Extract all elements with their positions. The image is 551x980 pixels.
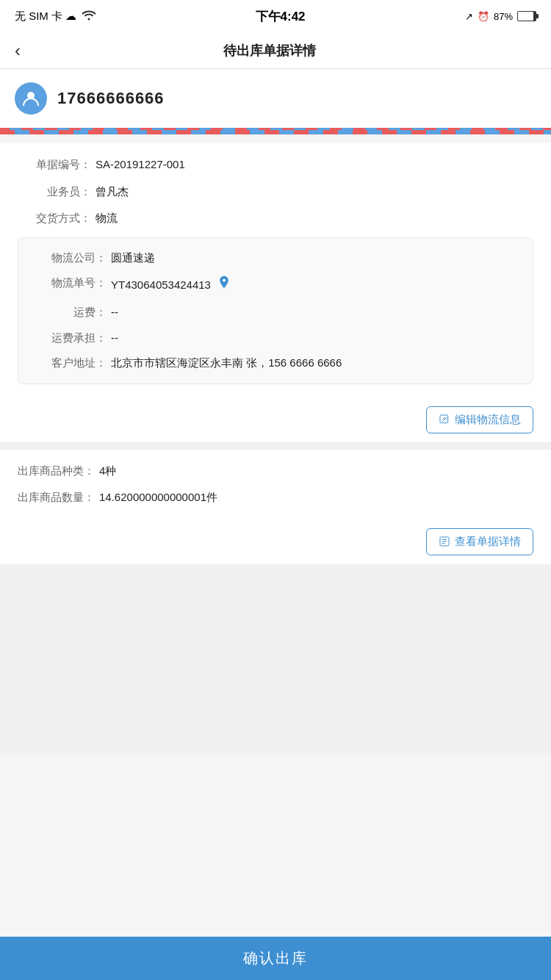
view-detail-container: 查看单据详情: [0, 519, 551, 564]
bottom-spacer: [0, 564, 551, 755]
tracking-location-icon[interactable]: [217, 275, 231, 295]
status-time: 下午4:42: [256, 8, 306, 25]
freight-row: 运费： --: [33, 304, 518, 321]
order-no-row: 单据编号： SA-20191227-001: [18, 156, 533, 173]
edit-btn-container: 编辑物流信息: [0, 397, 551, 442]
detail-icon: [439, 536, 450, 547]
stripe-divider: [0, 130, 551, 134]
svg-rect-1: [440, 415, 448, 423]
logistics-tracking-row: 物流单号： YT43064053424413: [33, 275, 518, 295]
logistics-tracking-label: 物流单号：: [33, 275, 107, 292]
view-detail-button[interactable]: 查看单据详情: [426, 528, 533, 555]
edit-logistics-button[interactable]: 编辑物流信息: [426, 406, 533, 433]
order-no-value: SA-20191227-001: [96, 156, 533, 173]
delivery-method-label: 交货方式：: [18, 210, 91, 227]
delivery-method-row: 交货方式： 物流: [18, 210, 533, 227]
confirm-btn-wrapper: 确认出库: [0, 937, 551, 980]
customer-phone: 17666666666: [57, 89, 165, 108]
avatar: [15, 82, 47, 115]
order-info-section: 单据编号： SA-20191227-001 业务员： 曾凡杰 交货方式： 物流 …: [0, 143, 551, 397]
logistics-company-label: 物流公司：: [33, 250, 107, 267]
address-label: 客户地址：: [33, 355, 107, 372]
goods-type-value: 4种: [99, 463, 533, 480]
status-bar: 无 SIM 卡 ☁ 下午4:42 ↗ ⏰ 87%: [0, 0, 551, 32]
goods-type-label: 出库商品种类：: [18, 463, 95, 480]
address-row: 客户地址： 北京市市辖区海淀区永丰南 张，156 6666 6666: [33, 355, 518, 372]
freight-bearer-label: 运费承担：: [33, 330, 107, 347]
goods-quantity-value: 14.620000000000001件: [99, 489, 533, 506]
location-status-icon: ↗: [465, 11, 473, 22]
nav-bar: ‹ 待出库单据详情: [0, 32, 551, 69]
freight-label: 运费：: [33, 304, 107, 321]
address-value: 北京市市辖区海淀区永丰南 张，156 6666 6666: [111, 355, 518, 372]
logistics-company-row: 物流公司： 圆通速递: [33, 250, 518, 267]
confirm-outbound-button[interactable]: 确认出库: [243, 948, 308, 968]
status-right: ↗ ⏰ 87%: [465, 11, 536, 22]
salesperson-row: 业务员： 曾凡杰: [18, 184, 533, 201]
customer-header: 17666666666: [0, 69, 551, 130]
battery-level: 87%: [494, 11, 513, 22]
delivery-method-value: 物流: [96, 210, 533, 227]
edit-icon: [439, 414, 450, 425]
sim-status: 无 SIM 卡 ☁: [15, 10, 76, 24]
battery-icon: [517, 11, 536, 21]
back-button[interactable]: ‹: [15, 40, 21, 61]
salesperson-label: 业务员：: [18, 184, 91, 201]
logistics-card: 物流公司： 圆通速递 物流单号： YT43064053424413 运费： --…: [18, 237, 533, 384]
goods-type-row: 出库商品种类： 4种: [18, 463, 533, 480]
freight-bearer-value: --: [111, 330, 518, 347]
salesperson-value: 曾凡杰: [96, 184, 533, 201]
freight-value: --: [111, 304, 518, 321]
logistics-tracking-value: YT43064053424413: [111, 275, 518, 295]
status-left: 无 SIM 卡 ☁: [15, 10, 96, 24]
order-no-label: 单据编号：: [18, 156, 91, 173]
wifi-icon: [82, 10, 96, 23]
goods-quantity-label: 出库商品数量：: [18, 489, 95, 506]
goods-section: 出库商品种类： 4种 出库商品数量： 14.620000000000001件: [0, 450, 551, 519]
page-title: 待出库单据详情: [32, 42, 507, 60]
section-divider: [0, 442, 551, 450]
freight-bearer-row: 运费承担： --: [33, 330, 518, 347]
goods-quantity-row: 出库商品数量： 14.620000000000001件: [18, 489, 533, 506]
alarm-icon: ⏰: [478, 11, 489, 22]
logistics-company-value: 圆通速递: [111, 250, 518, 267]
